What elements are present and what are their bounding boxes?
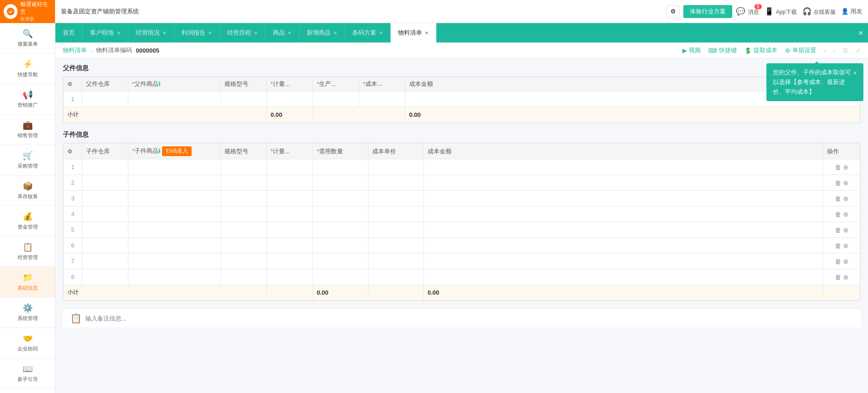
user-menu[interactable]: 👤 用友 — [841, 7, 862, 16]
child-row-4-warehouse[interactable] — [82, 206, 128, 222]
child-row-5-unit-cost[interactable] — [368, 222, 424, 238]
child-row-2-product[interactable] — [128, 175, 221, 191]
child-row-6-qty[interactable] — [313, 238, 368, 254]
tab-history-close[interactable]: ✕ — [254, 30, 258, 36]
child-row-7-spec[interactable] — [221, 254, 267, 269]
child-row-8-product[interactable] — [128, 269, 221, 285]
child-row-3-unit-cost[interactable] — [368, 191, 424, 206]
child-row-3-warehouse[interactable] — [82, 191, 128, 206]
delete-icon-1[interactable]: 🗑 — [835, 163, 841, 171]
shortcut-btn[interactable]: ⌨ 快捷键 — [708, 46, 737, 54]
sidebar-item-enterprise[interactable]: 🤝 企业协同 — [0, 328, 55, 358]
child-row-4-unit[interactable] — [267, 206, 313, 222]
parent-row-1-product[interactable] — [128, 91, 221, 107]
settings-btn[interactable]: ⚙ — [667, 5, 680, 18]
child-row-3-qty[interactable] — [313, 191, 368, 206]
sidebar-item-basic[interactable]: 📁 基础信息 — [0, 267, 55, 297]
child-row-4-qty[interactable] — [313, 206, 368, 222]
child-row-4-cost-total[interactable] — [424, 206, 823, 222]
tab-barcode[interactable]: 条码方案 ✕ — [345, 23, 391, 42]
child-row-5-qty[interactable] — [313, 222, 368, 238]
nav-prev[interactable]: ‹ — [824, 47, 826, 54]
parent-row-1-spec[interactable] — [221, 91, 267, 107]
child-row-4-spec[interactable] — [221, 206, 267, 222]
sidebar-item-system[interactable]: ⚙️ 系统管理 — [0, 297, 55, 328]
child-row-6-warehouse[interactable] — [82, 238, 128, 254]
nav-next[interactable]: › — [833, 47, 835, 54]
tooltip-close-btn[interactable]: × — [853, 68, 857, 78]
tab-operations[interactable]: 经营情况 ✕ — [128, 23, 174, 42]
copy-icon-5[interactable]: ⊕ — [843, 226, 849, 234]
child-row-2-cost-total[interactable] — [424, 175, 823, 191]
child-row-7-qty[interactable] — [313, 254, 368, 269]
parent-row-1-unit[interactable] — [267, 91, 313, 107]
online-support-btn[interactable]: 🎧 在线客服 — [802, 7, 836, 16]
child-row-5-product[interactable] — [128, 222, 221, 238]
child-row-4-unit-cost[interactable] — [368, 206, 424, 222]
tab-operations-close[interactable]: ✕ — [163, 30, 166, 36]
child-row-8-spec[interactable] — [221, 269, 267, 285]
child-row-1-qty[interactable] — [313, 159, 368, 175]
sidebar-item-sales[interactable]: 💼 销售管理 — [0, 115, 55, 145]
sidebar-item-marketing[interactable]: 📢 营销推广 — [0, 84, 55, 115]
sidebar-item-finance[interactable]: 💰 资金管理 — [0, 206, 55, 236]
single-settings-btn[interactable]: ⚙ 单据设置 — [785, 46, 816, 54]
tab-goods[interactable]: 商品 ✕ — [265, 23, 299, 42]
child-row-7-cost-total[interactable] — [424, 254, 823, 269]
child-row-3-unit[interactable] — [267, 191, 313, 206]
copy-icon-6[interactable]: ⊕ — [843, 242, 849, 249]
message-btn[interactable]: 💬 6 消息 — [736, 7, 759, 16]
child-row-1-unit[interactable] — [267, 159, 313, 175]
parent-row-1-cost[interactable] — [359, 91, 405, 107]
tab-customers[interactable]: 客户联络 ✕ — [83, 23, 128, 42]
tab-customers-close[interactable]: ✕ — [117, 30, 121, 36]
tab-profit[interactable]: 利润报告 ✕ — [174, 23, 220, 42]
delete-icon-5[interactable]: 🗑 — [835, 226, 841, 234]
sidebar-item-inventory[interactable]: 📦 库存核算 — [0, 175, 55, 206]
delete-icon-6[interactable]: 🗑 — [835, 242, 841, 249]
parent-row-1-warehouse[interactable] — [82, 91, 128, 107]
delete-icon-2[interactable]: 🗑 — [835, 179, 841, 187]
child-row-3-cost-total[interactable] — [424, 191, 823, 206]
nav-expand[interactable]: ⤢ — [856, 47, 861, 54]
child-row-5-unit[interactable] — [267, 222, 313, 238]
copy-icon-2[interactable]: ⊕ — [843, 179, 849, 187]
sidebar-item-operations[interactable]: 📋 经营管理 — [0, 236, 55, 267]
child-row-3-spec[interactable] — [221, 191, 267, 206]
tab-history[interactable]: 经营历程 ✕ — [220, 23, 265, 42]
nav-menu[interactable]: ☰ — [843, 47, 848, 54]
extract-cost-btn[interactable]: 💲 提取成本 — [744, 46, 778, 54]
tab-new-goods[interactable]: 新增商品 ✕ — [299, 23, 345, 42]
child-row-5-warehouse[interactable] — [82, 222, 128, 238]
child-row-6-spec[interactable] — [221, 238, 267, 254]
child-row-2-warehouse[interactable] — [82, 175, 128, 191]
child-row-1-unit-cost[interactable] — [368, 159, 424, 175]
sidebar-item-purchase[interactable]: 🛒 采购管理 — [0, 145, 55, 175]
copy-icon-4[interactable]: ⊕ — [843, 211, 849, 218]
memo-input[interactable] — [85, 315, 853, 322]
child-row-3-product[interactable] — [128, 191, 221, 206]
delete-icon-4[interactable]: 🗑 — [835, 211, 841, 218]
tab-goods-close[interactable]: ✕ — [288, 30, 291, 36]
child-row-5-cost-total[interactable] — [424, 222, 823, 238]
child-row-8-qty[interactable] — [313, 269, 368, 285]
delete-icon-8[interactable]: 🗑 — [835, 273, 841, 281]
child-row-2-spec[interactable] — [221, 175, 267, 191]
child-row-6-unit-cost[interactable] — [368, 238, 424, 254]
tab-bom[interactable]: 物料清单 ✕ — [391, 23, 436, 42]
breadcrumb-link[interactable]: 物料清单 — [63, 46, 87, 54]
child-row-7-unit[interactable] — [267, 254, 313, 269]
view-btn[interactable]: ▶ 视频 — [682, 46, 701, 54]
child-row-6-unit[interactable] — [267, 238, 313, 254]
child-row-8-unit-cost[interactable] — [368, 269, 424, 285]
tab-new-goods-close[interactable]: ✕ — [333, 30, 337, 36]
child-row-7-product[interactable] — [128, 254, 221, 269]
copy-icon-3[interactable]: ⊕ — [843, 195, 849, 202]
child-row-8-cost-total[interactable] — [424, 269, 823, 285]
child-row-4-product[interactable] — [128, 206, 221, 222]
app-download-btn[interactable]: 📱 App下载 — [765, 7, 797, 16]
child-row-7-warehouse[interactable] — [82, 254, 128, 269]
copy-icon-1[interactable]: ⊕ — [843, 163, 849, 171]
child-row-2-unit[interactable] — [267, 175, 313, 191]
trial-btn[interactable]: 体验行业方案 — [683, 5, 732, 18]
